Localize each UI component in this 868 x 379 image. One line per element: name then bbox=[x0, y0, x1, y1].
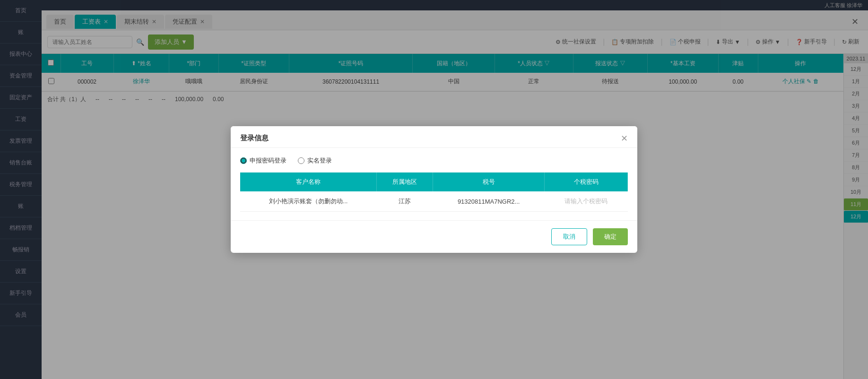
dialog-cell-client-name: 刘小艳演示账套（勿删勿动... bbox=[240, 191, 376, 212]
dialog-body: 申报密码登录 实名登录 客户名称 所属地区 税号 个税密码 bbox=[231, 148, 637, 220]
dialog-client-table: 客户名称 所属地区 税号 个税密码 刘小艳演示账套（勿删勿动... 江苏 913… bbox=[240, 172, 628, 212]
dialog-overlay: 登录信息 ✕ 申报密码登录 实名登录 客户名称 所属地区 bbox=[0, 0, 868, 379]
dialog-cell-password[interactable]: 请输入个税密码 bbox=[545, 191, 628, 212]
dialog-cell-tax-no: 91320811MA7NGR2... bbox=[433, 191, 545, 212]
dialog-title: 登录信息 bbox=[240, 134, 269, 143]
login-dialog: 登录信息 ✕ 申报密码登录 实名登录 客户名称 所属地区 bbox=[231, 126, 637, 253]
dialog-col-tax-no: 税号 bbox=[433, 172, 545, 191]
radio-realname[interactable]: 实名登录 bbox=[298, 156, 332, 165]
radio-realname-input[interactable] bbox=[298, 157, 304, 164]
cancel-button[interactable]: 取消 bbox=[551, 228, 587, 245]
dialog-header: 登录信息 ✕ bbox=[231, 126, 637, 148]
radio-declare-password-input[interactable] bbox=[240, 157, 247, 164]
dialog-close-icon[interactable]: ✕ bbox=[621, 134, 628, 143]
dialog-col-region: 所属地区 bbox=[376, 172, 433, 191]
dialog-table-row: 刘小艳演示账套（勿删勿动... 江苏 91320811MA7NGR2... 请输… bbox=[240, 191, 628, 212]
dialog-col-password: 个税密码 bbox=[545, 172, 628, 191]
radio-declare-password[interactable]: 申报密码登录 bbox=[240, 156, 286, 165]
dialog-cell-region: 江苏 bbox=[376, 191, 433, 212]
confirm-button[interactable]: 确定 bbox=[593, 228, 628, 245]
dialog-col-client-name: 客户名称 bbox=[240, 172, 376, 191]
dialog-footer: 取消 确定 bbox=[231, 220, 637, 253]
login-type-radio-group: 申报密码登录 实名登录 bbox=[240, 156, 628, 165]
